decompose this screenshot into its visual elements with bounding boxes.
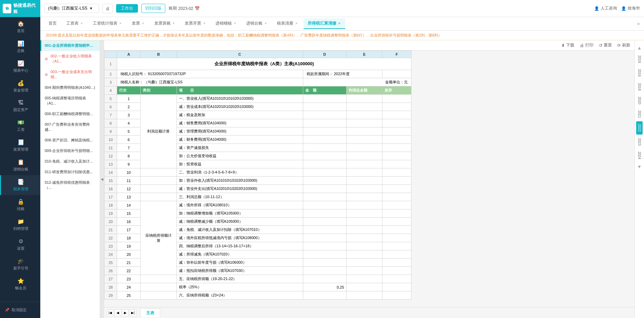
amount-cell[interactable] bbox=[303, 152, 346, 160]
sub-menu-item-001[interactable]: 001-企业所得税年度纳税申... bbox=[40, 40, 100, 51]
item-cell[interactable]: 税率（25%） bbox=[177, 283, 303, 291]
item-cell[interactable]: 减：所得减免（填写A107020） bbox=[177, 250, 303, 259]
diff-cell[interactable] bbox=[382, 283, 411, 291]
sub-menu-item-011[interactable]: 011-研发费用加计扣除优惠... bbox=[40, 167, 100, 177]
diff-cell[interactable] bbox=[382, 136, 411, 144]
tab-invoice-calc[interactable]: 发票算账 × bbox=[150, 18, 180, 29]
line-num[interactable]: 9 bbox=[117, 160, 141, 168]
year-item-2023[interactable]: 2023 bbox=[636, 135, 643, 148]
profit-cell[interactable] bbox=[346, 242, 382, 250]
item-cell[interactable]: 减：抵扣应纳税所得额（填写A107030） bbox=[177, 267, 303, 275]
item-cell[interactable]: 减：境外所得（填写A108010） bbox=[177, 201, 303, 209]
company-selector[interactable]: (勾删）江西服宝-LSS ▼ bbox=[44, 4, 99, 13]
line-num[interactable]: 11 bbox=[117, 177, 141, 185]
sidebar-item-tax[interactable]: 📑 税务管理 bbox=[0, 175, 40, 195]
tab-income-tax[interactable]: 所得税汇算清缴 × bbox=[304, 18, 345, 29]
item-cell[interactable]: 减：营业外支出(填写A102010\102020\103000) bbox=[177, 185, 303, 193]
profit-cell[interactable] bbox=[346, 127, 382, 136]
diff-cell[interactable] bbox=[382, 127, 411, 136]
line-num[interactable]: 5 bbox=[117, 127, 141, 136]
line-num[interactable]: 6 bbox=[117, 136, 141, 144]
print-btn[interactable]: 🖨 bbox=[102, 4, 113, 13]
amount-cell[interactable] bbox=[303, 218, 346, 226]
profit-cell[interactable] bbox=[346, 291, 382, 300]
tab-tax-clear-close[interactable]: × bbox=[295, 22, 298, 25]
sub-menu-item-009[interactable]: 009-企业所得税补亏损明细... bbox=[40, 146, 100, 156]
profit-cell[interactable] bbox=[346, 267, 382, 275]
item-cell[interactable]: 减：境外应税所得抵减境内亏损（填写A108000） bbox=[177, 234, 303, 242]
sheet-container[interactable]: A B C D E F 1 企业所得税年度纳税申 bbox=[104, 51, 634, 307]
workbench-button[interactable]: 工作台 bbox=[116, 4, 138, 13]
reset-btn[interactable]: ↺ 重置 bbox=[599, 42, 612, 48]
profit-cell[interactable] bbox=[346, 259, 382, 267]
sidebar-item-archive[interactable]: 📁 归档管理 bbox=[0, 215, 40, 235]
item-cell[interactable]: 减：纳税调整减少额（填写A105000） bbox=[177, 218, 303, 226]
sub-menu-item-005[interactable]: 005-纳税调整项目明细表（A1... bbox=[40, 93, 100, 109]
amount-cell[interactable] bbox=[303, 209, 346, 218]
item-cell[interactable]: 五、应纳税所得额（19-20-21-22） bbox=[177, 275, 303, 283]
amount-cell[interactable] bbox=[303, 250, 346, 259]
line-num[interactable]: 7 bbox=[117, 144, 141, 152]
amount-cell[interactable] bbox=[303, 226, 346, 234]
item-cell[interactable]: 减：资产减值损失 bbox=[177, 144, 303, 152]
sidebar-item-invoice[interactable]: 🧾 发票管理 bbox=[0, 136, 40, 155]
diff-cell[interactable] bbox=[382, 226, 411, 234]
profit-cell[interactable] bbox=[346, 275, 382, 283]
profit-cell[interactable] bbox=[346, 95, 382, 103]
profit-cell[interactable] bbox=[346, 119, 382, 127]
sidebar-item-purchase[interactable]: 📋 进销台账 bbox=[0, 155, 40, 175]
profit-cell[interactable] bbox=[346, 111, 382, 119]
line-num[interactable]: 18 bbox=[117, 234, 141, 242]
profit-cell[interactable] bbox=[346, 168, 382, 177]
item-cell[interactable]: 四、纳税调整后所得（13-14+15-16-17+18） bbox=[177, 242, 303, 250]
tab-salary-close[interactable]: × bbox=[80, 22, 83, 25]
year-scroll-up[interactable]: ▲ bbox=[636, 44, 643, 52]
diff-cell[interactable] bbox=[382, 201, 411, 209]
sub-menu-item-003[interactable]: 003-一般企业成本支出明细... bbox=[40, 67, 100, 82]
diff-cell[interactable] bbox=[382, 177, 411, 185]
year-item-2019[interactable]: 2019 bbox=[636, 53, 643, 66]
diff-cell[interactable] bbox=[382, 185, 411, 193]
line-num[interactable]: 19 bbox=[117, 242, 141, 250]
tab-income-tax-close[interactable]: × bbox=[338, 22, 341, 25]
tab-invoice-open[interactable]: 发票开票 × bbox=[181, 18, 210, 29]
item-cell[interactable]: 减：管理费用(填写A104000) bbox=[177, 127, 303, 136]
line-num[interactable]: 23 bbox=[117, 275, 141, 283]
line-num[interactable]: 10 bbox=[117, 168, 141, 177]
diff-cell[interactable] bbox=[382, 103, 411, 111]
diff-cell[interactable] bbox=[382, 144, 411, 152]
item-cell[interactable]: 加：营业外收入(填写A101010\101020\103000) bbox=[177, 177, 303, 185]
line-num[interactable]: 25 bbox=[117, 291, 141, 300]
item-cell[interactable]: 减：财务费用(填写A104000) bbox=[177, 136, 303, 144]
tab-purchase-ledger[interactable]: 进销台账 × bbox=[242, 18, 271, 29]
amount-cell[interactable] bbox=[303, 177, 346, 185]
sheet-nav-first[interactable]: |◀ bbox=[107, 309, 114, 316]
item-cell[interactable]: 减：销售费用(填写A104000) bbox=[177, 119, 303, 127]
item-cell[interactable]: 加：投资收益 bbox=[177, 160, 303, 168]
tab-purchase-ledger-close[interactable]: × bbox=[264, 22, 267, 25]
diff-cell[interactable] bbox=[382, 111, 411, 119]
profit-cell[interactable] bbox=[346, 193, 382, 201]
profit-cell[interactable] bbox=[346, 160, 382, 168]
line-num[interactable]: 1 bbox=[117, 95, 141, 103]
profit-cell[interactable] bbox=[346, 152, 382, 160]
amount-cell[interactable] bbox=[303, 234, 346, 242]
diff-cell[interactable] bbox=[382, 95, 411, 103]
diff-cell[interactable] bbox=[382, 250, 411, 259]
profit-cell[interactable] bbox=[346, 177, 382, 185]
amount-cell[interactable] bbox=[303, 160, 346, 168]
consult-btn[interactable]: 👤 人工咨询 bbox=[594, 5, 617, 11]
profit-cell[interactable] bbox=[346, 103, 382, 111]
tab-purchase-verify-close[interactable]: × bbox=[233, 22, 237, 25]
year-item-2024[interactable]: 2024 bbox=[636, 149, 643, 162]
tab-invoice[interactable]: 发票 × bbox=[128, 18, 149, 29]
item-cell[interactable]: 加：公允价值变动收益 bbox=[177, 152, 303, 160]
item-cell[interactable]: 减：税金及附加 bbox=[177, 111, 303, 119]
line-num[interactable]: 2 bbox=[117, 103, 141, 111]
year-item-2016[interactable]: 2016 bbox=[636, 66, 643, 79]
sub-menu-item-004[interactable]: 004-期间费用明细表(A1040...) bbox=[40, 82, 100, 93]
sidebar-item-asset-mgmt[interactable]: 💰 资金管理 bbox=[0, 77, 40, 96]
tab-invoice-open-close[interactable]: × bbox=[202, 22, 206, 25]
tab-tax-clear[interactable]: 税表清册 × bbox=[273, 18, 302, 29]
amount-cell[interactable] bbox=[303, 267, 346, 275]
